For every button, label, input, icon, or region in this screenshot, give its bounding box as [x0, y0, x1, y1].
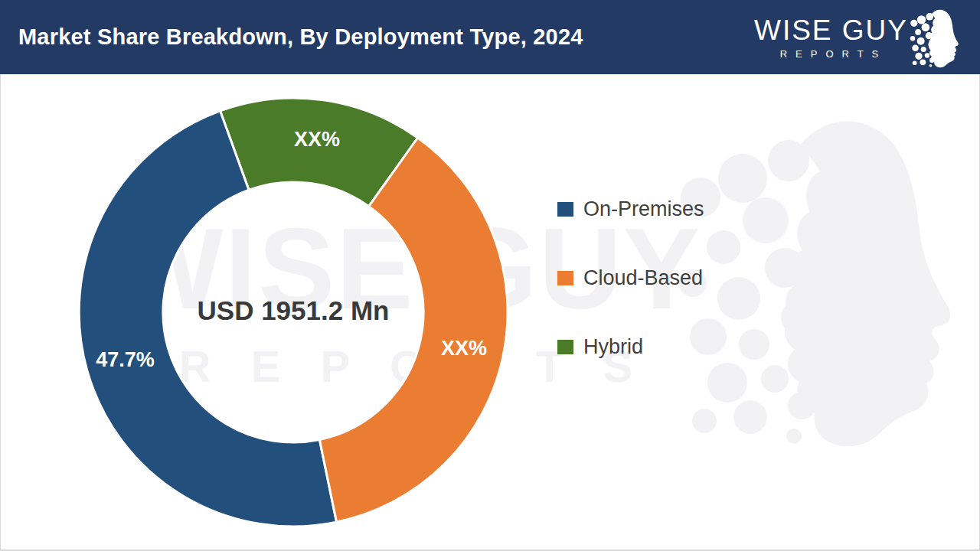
legend-label: Cloud-Based	[583, 266, 703, 289]
chart-center-value: USD 1951.2 Mn	[163, 295, 423, 326]
legend-swatch	[557, 202, 573, 217]
legend-label: On-Premises	[583, 197, 704, 220]
chart-legend: On-PremisesCloud-BasedHybrid	[557, 197, 704, 404]
wise-guy-reports-logo: WISE GUY REPORTS	[754, 7, 969, 68]
legend-item-on-premises: On-Premises	[557, 197, 704, 220]
donut-segment-cloud-based	[319, 138, 508, 522]
logo-head-icon	[905, 7, 969, 68]
segment-label-cloud-based: XX%	[441, 337, 487, 360]
legend-swatch	[557, 271, 573, 285]
legend-label: Hybrid	[583, 335, 643, 358]
donut-chart: XX%47.7%XX%	[0, 0, 980, 551]
legend-item-hybrid: Hybrid	[557, 335, 704, 358]
logo-wiseguy-text: WISE GUY	[754, 16, 908, 44]
legend-swatch	[557, 340, 573, 354]
logo-reports-text: REPORTS	[776, 49, 887, 59]
segment-label-on-premises: 47.7%	[96, 348, 155, 371]
header-bar: Market Share Breakdown, By Deployment Ty…	[0, 0, 980, 74]
legend-item-cloud-based: Cloud-Based	[557, 266, 704, 289]
segment-label-hybrid: XX%	[294, 128, 340, 151]
infographic-page: WISE GUY REPORTS	[0, 0, 980, 551]
page-title: Market Share Breakdown, By Deployment Ty…	[18, 24, 583, 50]
